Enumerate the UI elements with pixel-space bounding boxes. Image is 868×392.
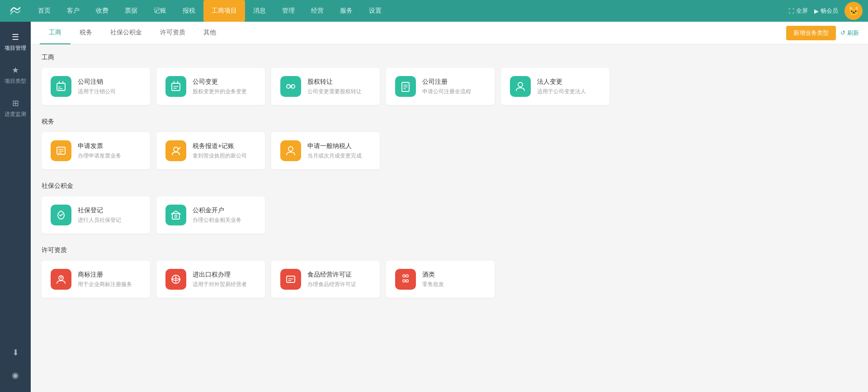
tax-report-icon <box>165 140 186 161</box>
mascot-avatar[interactable]: 🐱 <box>844 2 863 20</box>
social-insurance-icon <box>51 205 71 225</box>
top-nav: 首页 客户 收费 票据 记账 报税 工商项目 消息 管理 经营 服务 设置 ⛶ … <box>0 0 868 22</box>
nav-settings[interactable]: 设置 <box>361 0 390 22</box>
nav-manage[interactable]: 管理 <box>274 0 303 22</box>
svg-rect-9 <box>172 214 179 219</box>
housing-fund-icon <box>165 205 186 225</box>
card-legal-person-change[interactable]: 法人变更 适用于公司变更法人 <box>501 68 609 105</box>
progress-icon: ⊞ <box>10 98 21 109</box>
company-register-icon <box>395 76 416 97</box>
svg-rect-1 <box>172 83 180 91</box>
card-food-license[interactable]: 食品经营许可证 办理食品经营许可证 <box>271 261 380 298</box>
svg-rect-16 <box>406 275 408 277</box>
card-company-cancel[interactable]: 公司注销 适用于注销公司 <box>42 68 150 105</box>
refresh-button[interactable]: ↺ 刷新 <box>840 29 859 37</box>
new-type-button[interactable]: 新增业务类型 <box>786 26 836 40</box>
tab-business[interactable]: 工商 <box>40 22 71 44</box>
card-legal-person-change-text: 法人变更 适用于公司变更法人 <box>537 78 600 96</box>
card-company-change-text: 公司变更 股权变更外的业务变更 <box>193 78 256 96</box>
cards-grid-tax: 申请发票 办理申请发票业务 税务报道+记账 拿到营业执照的新公 <box>42 132 857 169</box>
svg-rect-18 <box>406 280 408 282</box>
section-title-tax: 税务 <box>42 118 857 126</box>
sidebar-download-btn[interactable]: ⬇ <box>12 343 19 362</box>
cards-grid-social: 社保登记 进行人员社保登记 公积金开户 办理公积金相关业务 <box>42 196 857 234</box>
nav-operation[interactable]: 经营 <box>303 0 332 22</box>
card-general-taxpayer[interactable]: 申请一般纳税人 当月或次月成变更完成 <box>271 132 380 169</box>
card-housing-fund[interactable]: 公积金开户 办理公积金相关业务 <box>156 196 265 234</box>
card-invoice-apply-text: 申请发票 办理申请发票业务 <box>78 142 141 160</box>
nav-service[interactable]: 服务 <box>332 0 361 22</box>
svg-point-8 <box>288 147 293 151</box>
nav-fee[interactable]: 收费 <box>88 0 117 22</box>
card-company-cancel-text: 公司注销 适用于注销公司 <box>78 78 141 96</box>
card-company-register[interactable]: 公司注册 申请公司注册全流程 <box>386 68 495 105</box>
card-equity-transfer-text: 股权转让 公司变更需要股权转让 <box>307 78 371 96</box>
fullscreen-btn[interactable]: ⛶ 全屏 <box>788 7 808 15</box>
invoice-apply-icon <box>51 140 71 161</box>
sidebar-item-progress[interactable]: ⊞ 进度监测 <box>0 91 31 124</box>
sidebar-item-project-mgmt[interactable]: ☰ 项目管理 <box>0 25 31 58</box>
section-title-license: 许可资质 <box>42 246 857 254</box>
sidebar-item-project-type[interactable]: ★ 项目类型 <box>0 58 31 91</box>
tab-license[interactable]: 许可资质 <box>151 22 194 44</box>
cards-grid-license: R 商标注册 用于企业商标注册服务 <box>42 261 857 298</box>
company-cancel-icon <box>51 76 71 97</box>
sidebar-help-btn[interactable]: ◉ <box>12 366 19 385</box>
project-mgmt-icon: ☰ <box>10 32 21 43</box>
nav-items: 首页 客户 收费 票据 记账 报税 工商项目 消息 管理 经营 服务 设置 <box>30 0 788 22</box>
nav-ticket[interactable]: 票据 <box>117 0 146 22</box>
scroll-content[interactable]: 工商 公司注销 适用于注销公司 <box>31 44 868 392</box>
section-title-social: 社保公积金 <box>42 182 857 190</box>
vip-btn[interactable]: ▶ 畅会员 <box>814 7 838 15</box>
card-company-change[interactable]: 公司变更 股权变更外的业务变更 <box>156 68 265 105</box>
card-invoice-apply[interactable]: 申请发票 办理申请发票业务 <box>42 132 150 169</box>
svg-point-7 <box>174 147 178 152</box>
cards-grid-gongshang: 公司注销 适用于注销公司 公司变更 股权变更外的业务变更 <box>42 68 857 105</box>
section-title-gongshang: 工商 <box>42 53 857 62</box>
svg-point-10 <box>175 215 177 218</box>
import-export-icon <box>165 269 186 290</box>
sidebar: ☰ 项目管理 ★ 项目类型 ⊞ 进度监测 ⬇ ◉ <box>0 22 31 392</box>
general-taxpayer-icon <box>280 140 301 161</box>
nav-customer[interactable]: 客户 <box>59 0 88 22</box>
liquor-icon <box>395 269 416 290</box>
card-liquor[interactable]: 酒类 零售批发 <box>386 261 495 298</box>
card-company-register-text: 公司注册 申请公司注册全流程 <box>422 78 486 96</box>
nav-tax[interactable]: 报税 <box>175 0 203 22</box>
legal-person-change-icon <box>510 76 531 97</box>
main-layout: ☰ 项目管理 ★ 项目类型 ⊞ 进度监测 ⬇ ◉ 工商 税务 社保公积金 许可资… <box>0 22 868 392</box>
company-change-icon <box>165 76 186 97</box>
card-trademark-text: 商标注册 用于企业商标注册服务 <box>78 271 141 288</box>
tab-tax[interactable]: 税务 <box>71 22 101 44</box>
card-housing-fund-text: 公积金开户 办理公积金相关业务 <box>193 206 256 224</box>
nav-message[interactable]: 消息 <box>245 0 274 22</box>
card-tax-report-text: 税务报道+记账 拿到营业执照的新公司 <box>193 142 256 160</box>
equity-transfer-icon <box>280 76 301 97</box>
nav-accounting[interactable]: 记账 <box>146 0 175 22</box>
nav-home[interactable]: 首页 <box>30 0 59 22</box>
card-social-insurance[interactable]: 社保登记 进行人员社保登记 <box>42 196 150 234</box>
refresh-icon: ↺ <box>840 29 845 36</box>
card-social-insurance-text: 社保登记 进行人员社保登记 <box>78 206 141 224</box>
content-area: 工商 税务 社保公积金 许可资质 其他 新增业务类型 ↺ 刷新 工商 <box>31 22 868 392</box>
nav-business[interactable]: 工商项目 <box>203 0 245 22</box>
tab-bar: 工商 税务 社保公积金 许可资质 其他 新增业务类型 ↺ 刷新 <box>31 22 868 44</box>
vip-icon: ▶ <box>814 8 819 14</box>
svg-point-5 <box>518 82 523 87</box>
card-tax-report-accounting[interactable]: 税务报道+记账 拿到营业执照的新公司 <box>156 132 265 169</box>
tab-other[interactable]: 其他 <box>194 22 225 44</box>
svg-text:R: R <box>60 276 62 279</box>
project-type-icon: ★ <box>10 65 21 76</box>
card-import-export[interactable]: 进出口权办理 适用于对外贸易经营者 <box>156 261 265 298</box>
tab-social-insurance[interactable]: 社保公积金 <box>101 22 151 44</box>
svg-rect-15 <box>403 275 405 277</box>
fullscreen-icon: ⛶ <box>788 8 794 14</box>
card-trademark[interactable]: R 商标注册 用于企业商标注册服务 <box>42 261 150 298</box>
app-logo <box>5 1 25 21</box>
card-food-license-text: 食品经营许可证 办理食品经营许可证 <box>307 271 371 288</box>
card-equity-transfer[interactable]: 股权转让 公司变更需要股权转让 <box>271 68 380 105</box>
top-nav-right: ⛶ 全屏 ▶ 畅会员 🐱 <box>788 2 863 20</box>
svg-rect-17 <box>403 280 405 282</box>
card-general-taxpayer-text: 申请一般纳税人 当月或次月成变更完成 <box>307 142 371 160</box>
svg-point-2 <box>287 85 290 88</box>
